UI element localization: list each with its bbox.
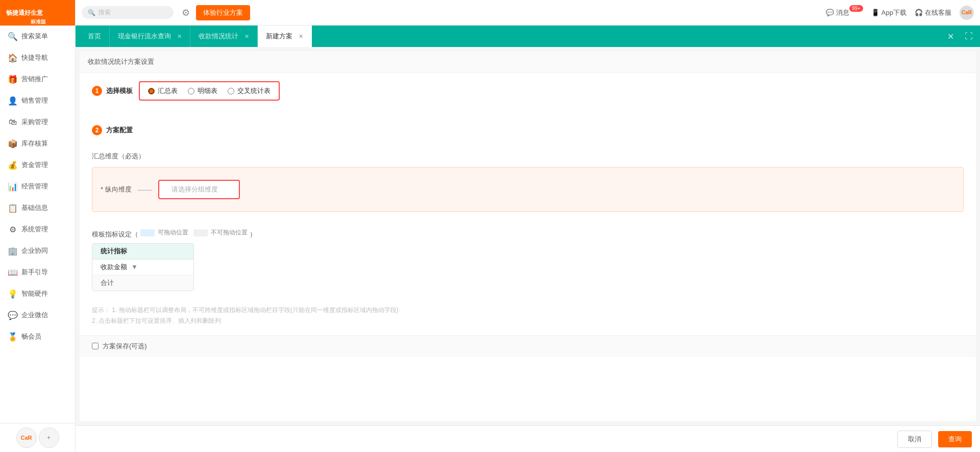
message-badge: 99+ [849, 5, 863, 12]
vertical-label: * 纵向维度 [101, 185, 132, 194]
header: 🔍 搜索 ⚙ 体验行业方案 💬 消息 99+ 📱 App下载 🎧 在线客服 Ca… [76, 0, 980, 26]
sidebar-items: 🔍搜索菜单🏠快捷导航🎁营销推广👤销售管理🛍采购管理📦库存核算💰资金管理📊经营管理… [0, 26, 75, 347]
avatar[interactable]: CaR [960, 6, 974, 20]
tab-receipt-stats[interactable]: 收款情况统计✕ [190, 26, 258, 47]
sidebar-item-operation[interactable]: 📊经营管理 [0, 176, 75, 197]
tip1: 提示： 1. 拖动标题栏可以调整布局，不可跨维度或指标区域拖动栏目字段(只能在同… [92, 305, 964, 316]
sidebar-item-inventory[interactable]: 📦库存核算 [0, 133, 75, 154]
tab-bank-flow[interactable]: 现金银行流水查询✕ [110, 26, 190, 47]
arrow-icon: —— [138, 185, 152, 194]
nav-icon-hardware: 💡 [8, 289, 17, 298]
dimension-area: * 纵向维度 —— 请选择分组维度 [92, 167, 964, 212]
nav-icon-purchase: 🛍 [8, 117, 17, 127]
draggable-label: 可拖动位置 [158, 228, 188, 237]
nav-icon-guide: 📖 [8, 268, 17, 277]
step1-section: 1 选择模板 汇总表 明细表 交叉统计表 [80, 73, 976, 117]
nav-label-operation: 经营管理 [21, 182, 48, 191]
tab-actions: ✕ ⛶ [943, 29, 976, 43]
config-section: 汇总维度（必选） * 纵向维度 —— 请选择分组维度 [80, 152, 976, 220]
sidebar-extra-btn[interactable]: + [39, 427, 59, 448]
sidebar-item-marketing[interactable]: 🎁营销推广 [0, 68, 75, 90]
sidebar-item-hardware[interactable]: 💡智能硬件 [0, 283, 75, 304]
sidebar-item-system[interactable]: ⚙系统管理 [0, 219, 75, 240]
sidebar-item-finance[interactable]: 💰资金管理 [0, 154, 75, 176]
non-draggable-box [193, 229, 208, 236]
step2-num: 2 [92, 125, 102, 135]
tab-label-bank-flow: 现金银行流水查询 [118, 32, 171, 41]
nav-label-wechat: 企业微信 [21, 311, 48, 320]
dropdown-icon[interactable]: ▼ [131, 263, 138, 271]
radio-detail[interactable]: 明细表 [188, 86, 217, 96]
tab-expand[interactable]: ⛶ [962, 29, 976, 43]
nav-icon-enterprise: 🏢 [8, 246, 17, 255]
header-right: 💬 消息 99+ 📱 App下载 🎧 在线客服 CaR [826, 6, 974, 20]
tabbar: 首页现金银行流水查询✕收款情况统计✕新建方案✕ ✕ ⛶ [76, 26, 980, 47]
query-button[interactable]: 查询 [938, 431, 972, 447]
tab-close-bank-flow[interactable]: ✕ [177, 33, 182, 40]
nav-icon-quick-nav: 🏠 [8, 53, 17, 62]
settings-icon[interactable]: ⚙ [182, 7, 190, 18]
sidebar-item-purchase[interactable]: 🛍采购管理 [0, 111, 75, 133]
sidebar-avatar[interactable]: CaR [16, 427, 37, 448]
save-label: 方案保存(可选) [103, 342, 147, 351]
page-title: 收款情况统计方案设置 [80, 51, 976, 73]
sidebar: 畅捷通好生意 标准版 🔍搜索菜单🏠快捷导航🎁营销推广👤销售管理🛍采购管理📦库存核… [0, 0, 76, 452]
sidebar-item-guide[interactable]: 📖新手引导 [0, 261, 75, 283]
draggable-box [140, 229, 155, 236]
header-search[interactable]: 🔍 搜索 [82, 6, 174, 19]
metrics-section: 模板指标设定（ 可拖动位置 不可拖动位置 ） 统计 [80, 220, 976, 301]
tips-section: 提示： 1. 拖动标题栏可以调整布局，不可跨维度或指标区域拖动栏目字段(只能在同… [80, 301, 976, 335]
tab-label-home: 首页 [88, 32, 101, 41]
sidebar-item-wechat[interactable]: 💬企业微信 [0, 304, 75, 326]
tab-close-all[interactable]: ✕ [943, 29, 958, 43]
tab-home[interactable]: 首页 [80, 26, 110, 47]
step2-section: 2 方案配置 [80, 117, 976, 152]
save-checkbox[interactable] [92, 343, 99, 349]
sidebar-item-member[interactable]: 🏅畅会员 [0, 326, 75, 347]
save-section: 方案保存(可选) [80, 335, 976, 357]
app-download-item[interactable]: 📱 App下载 [871, 8, 906, 17]
tab-new-plan[interactable]: 新建方案✕ [258, 26, 312, 47]
metrics-amount-label: 收款金额 [101, 263, 127, 272]
radio-cross[interactable]: 交叉统计表 [228, 86, 271, 96]
sidebar-item-quick-nav[interactable]: 🏠快捷导航 [0, 47, 75, 68]
service-item[interactable]: 🎧 在线客服 [915, 8, 951, 17]
tab-label-receipt-stats: 收款情况统计 [199, 32, 238, 41]
sidebar-item-search-menu[interactable]: 🔍搜索菜单 [0, 26, 75, 47]
drag-legend-draggable: 可拖动位置 [140, 228, 188, 237]
tab-label-new-plan: 新建方案 [266, 32, 292, 41]
avatar-text: CaR [962, 10, 972, 15]
main-area: 🔍 搜索 ⚙ 体验行业方案 💬 消息 99+ 📱 App下载 🎧 在线客服 Ca… [76, 0, 980, 452]
dimension-select[interactable]: 请选择分组维度 [158, 180, 240, 199]
app-label: App下载 [881, 8, 906, 17]
nav-label-guide: 新手引导 [21, 268, 48, 277]
radio-summary[interactable]: 汇总表 [148, 86, 178, 96]
sidebar-item-sales[interactable]: 👤销售管理 [0, 90, 75, 111]
nav-label-sales: 销售管理 [21, 96, 48, 105]
service-label: 在线客服 [925, 8, 951, 17]
drag-legend-non: 不可拖动位置 [193, 228, 248, 237]
sidebar-item-enterprise[interactable]: 🏢企业协同 [0, 240, 75, 261]
cancel-button[interactable]: 取消 [897, 431, 932, 448]
sidebar-item-basic-info[interactable]: 📋基础信息 [0, 197, 75, 219]
vertical-dimension-row: * 纵向维度 —— 请选择分组维度 [101, 180, 955, 199]
message-item[interactable]: 💬 消息 99+ [826, 8, 863, 17]
step2-header: 2 方案配置 [92, 125, 964, 135]
nav-icon-inventory: 📦 [8, 139, 17, 148]
metrics-row-amount: 收款金额 ▼ [92, 259, 193, 275]
sidebar-logo: 畅捷通好生意 标准版 [0, 0, 75, 26]
radio-summary-label: 汇总表 [158, 86, 178, 96]
nav-icon-system: ⚙ [8, 225, 17, 234]
message-icon: 💬 [826, 9, 834, 16]
content-inner: 收款情况统计方案设置 1 选择模板 汇总表 明细表 [80, 51, 976, 421]
step1-header: 1 选择模板 汇总表 明细表 交叉统计表 [92, 81, 964, 101]
step1-num: 1 [92, 86, 102, 96]
app-icon: 📱 [871, 9, 879, 16]
content: 收款情况统计方案设置 1 选择模板 汇总表 明细表 [76, 47, 980, 425]
tab-close-receipt-stats[interactable]: ✕ [244, 33, 249, 40]
tab-close-new-plan[interactable]: ✕ [299, 33, 303, 40]
sidebar-bottom: CaR + [0, 423, 75, 452]
metrics-table: 统计指标 收款金额 ▼ 合计 [92, 243, 194, 291]
industry-btn[interactable]: 体验行业方案 [196, 5, 250, 20]
nav-label-enterprise: 企业协同 [21, 246, 48, 255]
